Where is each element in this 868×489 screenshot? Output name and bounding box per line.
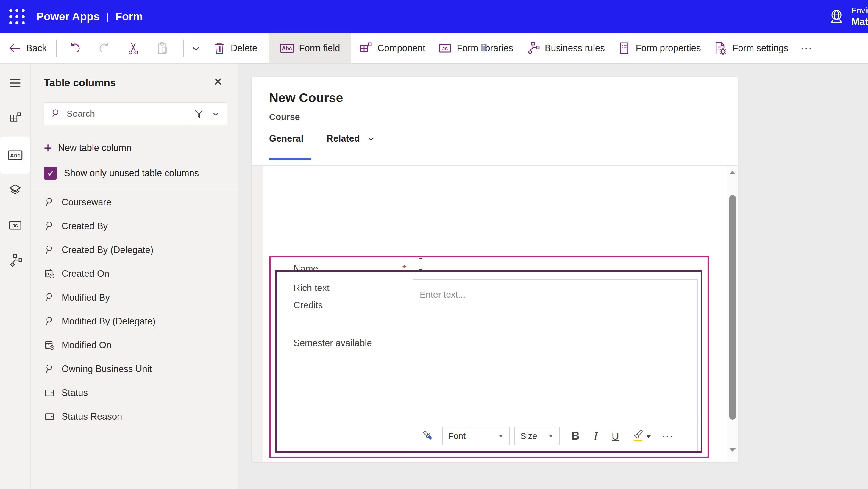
- form-settings-button[interactable]: Form settings: [713, 33, 788, 63]
- redo-button[interactable]: [97, 33, 111, 63]
- table-column-item[interactable]: Modified By (Delegate): [31, 309, 239, 333]
- table-column-label: Modified By (Delegate): [62, 316, 155, 327]
- show-unused-checkbox-row[interactable]: Show only unused table columns: [44, 167, 199, 180]
- close-icon[interactable]: ✕: [213, 75, 222, 88]
- size-dropdown[interactable]: Size: [515, 427, 560, 445]
- search-divider: [186, 105, 186, 122]
- plus-icon: +: [44, 141, 52, 155]
- highlighter-icon: [632, 429, 645, 443]
- lookup-icon: [44, 292, 55, 303]
- rich-text-editor[interactable]: Enter text... Font Size B I U: [412, 279, 698, 451]
- tab-related-label: Related: [327, 133, 360, 144]
- table-column-item[interactable]: Created By (Delegate): [31, 238, 239, 262]
- more-commands-button[interactable]: ⋯: [800, 33, 813, 63]
- delete-button[interactable]: Delete: [213, 33, 257, 63]
- form-canvas: New Course Course General Related Name *…: [252, 78, 738, 462]
- table-column-label: Modified By: [62, 292, 110, 303]
- undo-button[interactable]: [68, 33, 82, 63]
- cut-button[interactable]: [126, 33, 140, 63]
- show-unused-label: Show only unused table columns: [64, 168, 199, 179]
- form-properties-label: Form properties: [636, 43, 701, 54]
- bold-button[interactable]: B: [571, 430, 580, 442]
- lookup-icon: [44, 245, 55, 255]
- table-column-label: Owning Business Unit: [62, 364, 152, 374]
- lookup-icon: [44, 364, 55, 374]
- italic-button[interactable]: I: [594, 430, 597, 442]
- search-box: [44, 102, 227, 125]
- component-icon: [8, 111, 22, 125]
- format-painter-icon[interactable]: [422, 429, 435, 443]
- table-column-item[interactable]: Modified On: [31, 333, 239, 357]
- underline-button[interactable]: U: [612, 430, 619, 442]
- form-field-button[interactable]: Abc Form field: [269, 33, 351, 63]
- component-button[interactable]: Component: [359, 33, 425, 63]
- paste-button[interactable]: [156, 33, 169, 63]
- chevron-down-icon[interactable]: [211, 110, 220, 118]
- rail-form-libraries-item[interactable]: JS: [0, 217, 30, 234]
- environment-picker[interactable]: Envir Mat: [828, 0, 868, 33]
- app-name[interactable]: Power Apps: [36, 10, 99, 23]
- undo-icon: [68, 41, 82, 55]
- toolbar-divider: [56, 39, 57, 57]
- business-rules-button[interactable]: Business rules: [526, 33, 605, 63]
- back-button[interactable]: Back: [8, 33, 47, 63]
- search-input[interactable]: [67, 109, 156, 119]
- checkbox-checked[interactable]: [44, 167, 57, 180]
- table-column-item[interactable]: Owning Business Unit: [31, 357, 239, 381]
- back-label: Back: [26, 43, 47, 54]
- rail-menu-button[interactable]: [0, 75, 30, 91]
- svg-text:Abc: Abc: [10, 152, 21, 159]
- table-columns-panel: Table columns ✕ + New table column Show …: [30, 64, 238, 489]
- rail-components-item[interactable]: [0, 110, 30, 126]
- table-columns-list: CoursewareCreated ByCreated By (Delegate…: [31, 190, 239, 429]
- app-launcher-waffle-icon[interactable]: [8, 7, 26, 26]
- rail-table-columns-item-active[interactable]: Abc: [0, 147, 30, 163]
- lookup-icon: [44, 197, 55, 208]
- delete-label: Delete: [231, 43, 257, 54]
- new-table-column-button[interactable]: + New table column: [44, 139, 131, 157]
- redo-icon: [97, 41, 111, 55]
- table-column-item[interactable]: Courseware: [31, 190, 239, 214]
- table-column-item[interactable]: Status: [31, 381, 239, 405]
- highlight-color-button[interactable]: [632, 429, 651, 443]
- scroll-down-arrow[interactable]: [729, 448, 736, 452]
- form-table-name: Course: [269, 112, 300, 122]
- table-column-item[interactable]: Modified By: [31, 286, 239, 309]
- tab-related[interactable]: Related: [327, 133, 375, 144]
- rich-text-placeholder: Enter text...: [420, 289, 465, 300]
- trash-icon: [213, 42, 226, 55]
- tab-general[interactable]: General: [269, 133, 303, 144]
- form-libraries-button[interactable]: JS Form libraries: [438, 33, 513, 63]
- hamburger-icon: [8, 76, 22, 90]
- more-formatting-button[interactable]: ⋯: [661, 429, 674, 443]
- form-title: New Course: [269, 90, 343, 105]
- svg-text:JS: JS: [442, 46, 447, 51]
- table-column-item[interactable]: Created By: [31, 214, 239, 238]
- table-column-label: Created By: [62, 221, 108, 232]
- rail-tree-view-item[interactable]: [0, 181, 30, 198]
- component-icon: [359, 41, 373, 55]
- table-column-item[interactable]: Status Reason: [31, 405, 239, 429]
- overflow-chevron-button[interactable]: [191, 33, 201, 63]
- scroll-up-arrow[interactable]: [729, 171, 736, 175]
- table-column-label: Status Reason: [62, 411, 122, 422]
- page-name: Form: [115, 10, 143, 23]
- optionset-icon: [44, 411, 55, 422]
- chevron-down-icon: [191, 44, 201, 53]
- abc-field-icon: Abc: [7, 147, 23, 163]
- form-properties-button[interactable]: Form properties: [617, 33, 701, 63]
- scrollbar-thumb[interactable]: [729, 195, 736, 420]
- globe-icon: [828, 8, 845, 25]
- filter-icon[interactable]: [193, 108, 204, 119]
- rich-text-field-label: Rich text: [293, 283, 330, 294]
- font-dropdown-label: Font: [448, 431, 466, 441]
- font-dropdown[interactable]: Font: [442, 427, 509, 445]
- toolbar-divider: [183, 39, 184, 57]
- checkmark-icon: [46, 170, 54, 177]
- table-column-item[interactable]: Created On: [31, 262, 239, 286]
- js-icon: JS: [438, 41, 452, 55]
- rich-text-toolbar: Font Size B I U ⋯: [413, 421, 697, 451]
- rail-business-rules-item[interactable]: [0, 252, 30, 269]
- table-column-label: Status: [62, 388, 88, 398]
- component-label: Component: [377, 43, 425, 54]
